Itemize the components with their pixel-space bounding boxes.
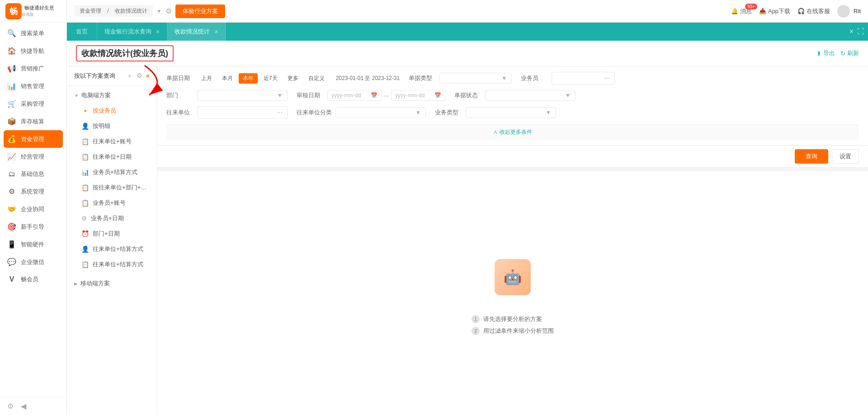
tab-receipt-stats[interactable]: 收款情况统计 × xyxy=(167,23,226,41)
date-tab-last-month[interactable]: 上月 xyxy=(197,73,216,84)
download-icon: 📥 xyxy=(759,8,766,14)
date-tab-custom[interactable]: 自定义 xyxy=(304,73,329,84)
filter-group-counterparty: 往来单位 ··· xyxy=(166,106,288,119)
mobile-scheme-group: ▶ 移动端方案 xyxy=(67,274,157,293)
topbar-left: 资金管理 / 收款情况统计 ▼ ⚙ 体验行业方案 xyxy=(74,5,225,18)
sidebar-label-quicknav: 快捷导航 xyxy=(21,47,44,55)
sidebar-item-system[interactable]: ⚙ 系统管理 xyxy=(0,183,66,200)
scheme-item-unit-account[interactable]: 📋 往来单位+账号 xyxy=(67,134,157,149)
review-date-start-text: yyyy-mm-dd xyxy=(331,92,361,99)
scheme-item-salesman[interactable]: 🔸 按业务员 xyxy=(67,103,157,118)
sidebar-item-operation[interactable]: 📈 经营管理 xyxy=(0,148,66,165)
tab-receipt-stats-close[interactable]: × xyxy=(214,28,218,35)
sidebar-item-guide[interactable]: 🎯 新手引导 xyxy=(0,218,66,236)
date-tab-this-month[interactable]: 本月 xyxy=(218,73,237,84)
sidebar-item-hardware[interactable]: 📱 智能硬件 xyxy=(0,236,66,253)
setting-button[interactable]: 设置 xyxy=(832,149,859,164)
date-tab-more[interactable]: 更多 xyxy=(283,73,302,84)
member-icon: V xyxy=(7,275,16,283)
sidebar-label-guide: 新手引导 xyxy=(21,223,44,231)
scheme-item-detail[interactable]: 👤 按明细 xyxy=(67,118,157,134)
sidebar-item-member[interactable]: V 畅会员 xyxy=(0,271,66,288)
sidebar-item-wechat[interactable]: 💬 企业微信 xyxy=(0,253,66,271)
scheme-udept-label: 按往来单位+部门+收... xyxy=(93,184,150,192)
sidebar-label-sales: 销售管理 xyxy=(21,82,44,90)
sidebar-label-member: 畅会员 xyxy=(21,275,38,283)
wechat-icon: 💬 xyxy=(7,258,16,266)
tab-close-all-icon[interactable]: × xyxy=(849,28,854,36)
app-logo-icon: 畅 xyxy=(5,3,22,19)
dept-select[interactable]: ▼ xyxy=(197,90,288,101)
settings-bottom-icon[interactable]: ⚙ xyxy=(7,402,14,410)
mobile-group-label: 移动端方案 xyxy=(80,279,110,288)
scheme-dd-label: 部门+日期 xyxy=(93,230,150,238)
tip-text-1: 请先选择要分析的方案 xyxy=(483,315,542,323)
review-date-end-input[interactable]: yyyy-mm-dd 📅 xyxy=(391,90,445,101)
export-button[interactable]: ⬆ 导出 xyxy=(816,49,835,57)
scheme-us1-icon: 👤 xyxy=(81,245,89,253)
scheme-item-unit-dept[interactable]: 📋 按往来单位+部门+收... xyxy=(67,180,157,195)
scheme-item-sales-account[interactable]: 📋 业务员+账号 xyxy=(67,195,157,211)
refresh-button[interactable]: ↻ 刷新 xyxy=(840,49,859,57)
home-icon: 🏠 xyxy=(7,47,16,55)
user-area[interactable]: Rit xyxy=(837,5,861,18)
salesman-select[interactable]: ··· xyxy=(552,72,615,85)
filter-group-dept: 部门 ▼ xyxy=(166,90,288,101)
sidebar-item-basic[interactable]: 🗂 基础信息 xyxy=(0,165,66,183)
tab-cash-flow-close[interactable]: × xyxy=(156,28,160,35)
sidebar-item-marketing[interactable]: 📢 营销推广 xyxy=(0,60,66,77)
sidebar-item-corp[interactable]: 🤝 企业协同 xyxy=(0,200,66,218)
scheme-settings-icon[interactable]: ⚙ xyxy=(137,72,142,80)
sidebar-bottom: ⚙ ◀ xyxy=(0,397,66,415)
add-scheme-icon[interactable]: ＋ xyxy=(127,72,133,80)
salesman-dots[interactable]: ··· xyxy=(604,74,610,82)
tab-expand-icon[interactable]: ⛶ xyxy=(857,28,864,36)
scheme-item-sales-settle[interactable]: 📊 业务员+结算方式 xyxy=(67,165,157,180)
scheme-item-unit-settle2[interactable]: 📋 往来单位+结算方式 xyxy=(67,257,157,272)
trial-button[interactable]: 体验行业方案 xyxy=(175,5,225,18)
counterparty-select[interactable]: ··· xyxy=(197,106,288,119)
online-service-button[interactable]: 🎧 在线客服 xyxy=(797,7,830,15)
sales-icon: 📊 xyxy=(7,82,16,90)
cp-category-select[interactable]: ▼ xyxy=(335,107,426,118)
online-service-label: 在线客服 xyxy=(807,7,830,15)
review-date-end-text: yyyy-mm-dd xyxy=(395,92,425,99)
voucher-type-select[interactable]: ▼ xyxy=(439,73,512,84)
content-area: 按以下方案查询 ＋ ⚙ « ▼ 电脑端方案 🔸 按业务员 👤 xyxy=(67,66,868,415)
scheme-item-sales-date[interactable]: ⚙ 业务员+日期 xyxy=(67,211,157,226)
right-panel: 单据日期 上月 本月 本年 近7天 更多 自定义 2023-01-01 至 20… xyxy=(157,66,868,415)
tab-home[interactable]: 首页 xyxy=(67,23,97,41)
collapse-panel-icon[interactable]: « xyxy=(146,72,150,80)
app-download-button[interactable]: 📥 App下载 xyxy=(759,7,790,15)
review-date-start-input[interactable]: yyyy-mm-dd 📅 xyxy=(327,90,382,101)
desktop-group-title[interactable]: ▼ 电脑端方案 xyxy=(67,88,157,103)
sidebar-item-search[interactable]: 🔍 搜索菜单 xyxy=(0,24,66,42)
scheme-us2-label: 往来单位+结算方式 xyxy=(93,260,150,269)
date-tab-this-year[interactable]: 本年 xyxy=(239,73,258,84)
date-tab-7days[interactable]: 近7天 xyxy=(259,73,282,84)
query-button[interactable]: 查询 xyxy=(795,149,828,164)
business-type-select[interactable]: ▼ xyxy=(466,107,556,118)
sidebar-item-inventory[interactable]: 📦 库存核算 xyxy=(0,113,66,130)
logo-text-area: 畅捷通好生意 标准版 xyxy=(22,5,54,17)
sidebar-item-quicknav[interactable]: 🏠 快捷导航 xyxy=(0,42,66,60)
tab-cash-flow[interactable]: 现金银行流水查询 × xyxy=(97,23,167,41)
collapse-icon[interactable]: ◀ xyxy=(21,402,26,410)
mobile-group-title[interactable]: ▶ 移动端方案 xyxy=(67,276,157,291)
topbar-settings-icon[interactable]: ⚙ xyxy=(165,7,172,15)
sidebar-item-sales[interactable]: 📊 销售管理 xyxy=(0,77,66,95)
scheme-item-dept-date[interactable]: ⏰ 部门+日期 xyxy=(67,226,157,241)
sidebar-item-purchase[interactable]: 🛒 采购管理 xyxy=(0,95,66,113)
inventory-icon: 📦 xyxy=(7,117,16,126)
app-badge: 标准版 xyxy=(22,12,54,18)
collapse-more-btn[interactable]: ∧ 收起更多条件 xyxy=(166,124,859,140)
sidebar-item-capital[interactable]: 💰 资金管理 xyxy=(4,130,63,148)
notification-button[interactable]: 🔔 消息 99+ xyxy=(731,7,752,15)
scheme-item-unit-date[interactable]: 📋 往来单位+日期 xyxy=(67,149,157,165)
counterparty-dots[interactable]: ··· xyxy=(277,108,283,117)
filter-group-date: 单据日期 上月 本月 本年 近7天 更多 自定义 2023-01-01 至 20… xyxy=(166,73,400,84)
scheme-item-unit-settle1[interactable]: 👤 往来单位+结算方式 xyxy=(67,241,157,257)
voucher-status-select[interactable]: ▼ xyxy=(485,90,576,101)
filter-row-2: 部门 ▼ 审核日期 yyyy-mm-dd 📅 xyxy=(166,90,859,101)
robot-face-icon: 🤖 xyxy=(504,269,522,286)
